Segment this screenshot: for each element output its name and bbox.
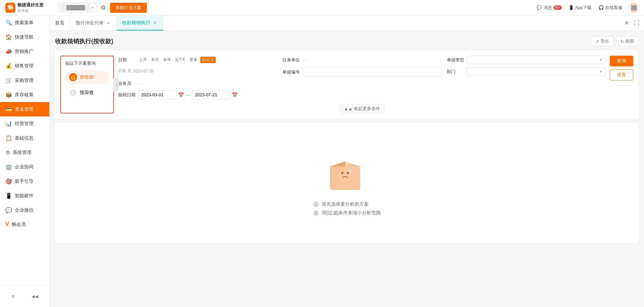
date-to-text: 至 <box>127 68 131 74</box>
date-more[interactable]: 更多 <box>188 57 199 63</box>
message-icon: 💬 <box>537 5 542 10</box>
app-name: 畅捷通好生意 标准版 <box>17 2 44 13</box>
refresh-btn[interactable]: ↻ 刷新 <box>616 36 639 46</box>
tab-home[interactable]: 首页 <box>50 15 70 31</box>
date-shortcuts: 上月 本月 本年 近7天 更多 自定义 <box>138 57 216 63</box>
empty-hints: 1 请先选择要分析的方案 2 用[过滤]条件来缩小分析范围 <box>313 201 381 216</box>
enterprise-icon: 🏢 <box>5 164 12 170</box>
date-no-limit-text: 不限 <box>118 68 126 74</box>
member-icon: V <box>5 221 9 227</box>
sidebar-settings-btn[interactable]: ⚙ <box>6 291 20 302</box>
date-range-hint: 2023-07-26 <box>133 69 153 73</box>
app-logo: 畅 畅捷通好生意 标准版 <box>5 2 54 13</box>
svg-point-4 <box>350 169 352 172</box>
filter-row-salesperson: 业务员 ··· <box>118 80 277 87</box>
date-7days[interactable]: 近7天 <box>174 57 187 63</box>
marketing-icon: 📣 <box>5 48 12 55</box>
date-this-month[interactable]: 本月 <box>150 57 160 63</box>
user-avatar[interactable]: ██ <box>629 3 639 12</box>
hint-num-1: 1 <box>313 201 319 207</box>
industry-btn[interactable]: 体验行业方案 <box>110 3 147 13</box>
offset-date-end-input[interactable] <box>192 90 230 99</box>
online-service-btn[interactable]: 🎧 在线客服 <box>598 5 623 11</box>
phone-icon: 📱 <box>569 5 574 10</box>
date-last-month[interactable]: 上月 <box>138 57 148 63</box>
smart-hw-icon: 📱 <box>5 193 12 199</box>
dept-chevron-icon: ▾ <box>600 69 602 74</box>
headset-icon: 🎧 <box>598 5 604 10</box>
sidebar-item-quick-nav[interactable]: 🏠 快捷导航 <box>0 30 49 44</box>
sidebar-bottom: ⚙ ◀◀ <box>0 286 49 307</box>
doc-no-label: 单据编号 <box>282 69 300 75</box>
main-layout: 🔍 搜索菜单 🏠 快捷导航 📣 营销推广 💰 销售管理 🛒 采购管理 📦 库存核… <box>0 15 644 307</box>
app-download-btn[interactable]: 📱 App下载 <box>569 5 592 11</box>
filter-panel: 按以下方案查询 💰 按收款 🕐 按应收 《 <box>55 50 639 119</box>
dept-select[interactable]: ▾ <box>466 67 606 76</box>
filter-row-doc-no: 单据编号 <box>282 67 441 76</box>
sidebar-item-purchase[interactable]: 🛒 采购管理 <box>0 73 49 88</box>
tab-close-all-btn[interactable]: ✕ <box>622 18 631 28</box>
tab-receipt-offset-close[interactable]: ✕ <box>152 20 158 25</box>
collapse-up-icon: ▲▲ <box>344 106 353 111</box>
doc-type-label: 单据类型 <box>447 57 464 63</box>
sidebar-item-search-menu[interactable]: 🔍 搜索菜单 <box>0 15 49 30</box>
finance-icon: 💳 <box>5 106 12 112</box>
filter-panel-title: 按以下方案查询 <box>65 60 109 66</box>
tab-prepay-offset[interactable]: 预付冲应付单 ✕ <box>70 15 117 31</box>
filter-option-by-receivable[interactable]: 🕐 按应收 <box>65 86 109 99</box>
date-this-year[interactable]: 本年 <box>162 57 172 63</box>
inventory-icon: 📦 <box>5 92 12 98</box>
sidebar-item-marketing[interactable]: 📣 营销推广 <box>0 44 49 59</box>
date-custom[interactable]: 自定义 <box>200 57 216 63</box>
tab-prepay-offset-close[interactable]: ✕ <box>106 20 111 26</box>
refresh-icon: ↻ <box>621 39 624 44</box>
by-receipt-icon: 💰 <box>69 73 77 81</box>
sidebar-item-member[interactable]: V 畅会员 <box>0 217 49 232</box>
doc-type-select[interactable]: ▾ <box>467 56 606 64</box>
sidebar-item-inventory[interactable]: 📦 库存核算 <box>0 88 49 102</box>
management-icon: 📊 <box>5 120 12 127</box>
page-title: 收款核销执行(按收款) <box>55 37 113 45</box>
tab-expand-btn[interactable]: ⛶ <box>632 18 641 28</box>
setting-btn[interactable]: 设置 <box>610 69 633 81</box>
query-btn[interactable]: 查询 <box>610 56 633 66</box>
sidebar-item-sales[interactable]: 💰 销售管理 <box>0 59 49 73</box>
page-header: 收款核销执行(按收款) ↗ 导出 ↻ 刷新 <box>55 36 639 46</box>
offset-date-picker: 📅 — 📅 <box>138 90 237 99</box>
empty-svg <box>323 150 370 193</box>
more-conditions-btn[interactable]: ▲▲ 收起更多条件 <box>339 104 384 113</box>
offset-date-start-input[interactable] <box>138 90 177 99</box>
system-icon: ⚙ <box>5 149 10 156</box>
company-selector[interactable]: ██████ ▾ <box>58 3 97 12</box>
sidebar-item-basic-info[interactable]: 📋 基础信息 <box>0 131 49 145</box>
gear-icon[interactable]: ⚙ <box>101 4 106 11</box>
sidebar-item-enterprise[interactable]: 🏢 企业协同 <box>0 160 49 174</box>
sidebar-item-wechat[interactable]: 💬 企业微信 <box>0 203 49 217</box>
message-btn[interactable]: 💬 消息 99+ <box>537 5 562 11</box>
logo-icon: 畅 <box>5 3 15 13</box>
filter-collapse-btn[interactable]: 《 <box>113 78 119 91</box>
export-btn[interactable]: ↗ 导出 <box>591 36 613 46</box>
sidebar-item-smart-hw[interactable]: 📱 智能硬件 <box>0 189 49 203</box>
wechat-icon: 💬 <box>5 207 12 213</box>
sidebar-item-management[interactable]: 📊 经营管理 <box>0 116 49 131</box>
calendar-start-icon[interactable]: 📅 <box>178 92 184 98</box>
filter-row-offset-date: 核销日期 📅 — 📅 <box>118 90 441 99</box>
basic-info-icon: 📋 <box>5 135 12 141</box>
calendar-end-icon[interactable]: 📅 <box>232 92 237 98</box>
doc-no-input[interactable] <box>303 67 441 76</box>
sidebar-item-system[interactable]: ⚙ 系统管理 <box>0 145 49 160</box>
filter-option-by-receipt[interactable]: 💰 按收款 <box>65 70 109 84</box>
sidebar-item-finance[interactable]: 💳 资金管理 <box>0 102 49 116</box>
dept-label: 部门 <box>447 69 464 75</box>
message-badge: 99+ <box>553 5 562 10</box>
collapse-icon: ◀◀ <box>32 294 38 299</box>
sidebar-collapse-btn[interactable]: ◀◀ <box>26 291 44 302</box>
purchase-icon: 🛒 <box>5 77 12 84</box>
tab-bar: 首页 预付冲应付单 ✕ 收款核销执行 ✕ ✕ ⛶ <box>50 15 644 31</box>
filter-row-date: 日期 上月 本月 本年 近7天 更多 自定义 <box>118 56 277 64</box>
sidebar-item-guide[interactable]: 🎯 新手引导 <box>0 174 49 189</box>
tab-receipt-offset[interactable]: 收款核销执行 ✕ <box>117 15 163 31</box>
filter-actions: 查询 设置 <box>610 56 633 113</box>
sidebar: 🔍 搜索菜单 🏠 快捷导航 📣 营销推广 💰 销售管理 🛒 采购管理 📦 库存核… <box>0 15 50 307</box>
